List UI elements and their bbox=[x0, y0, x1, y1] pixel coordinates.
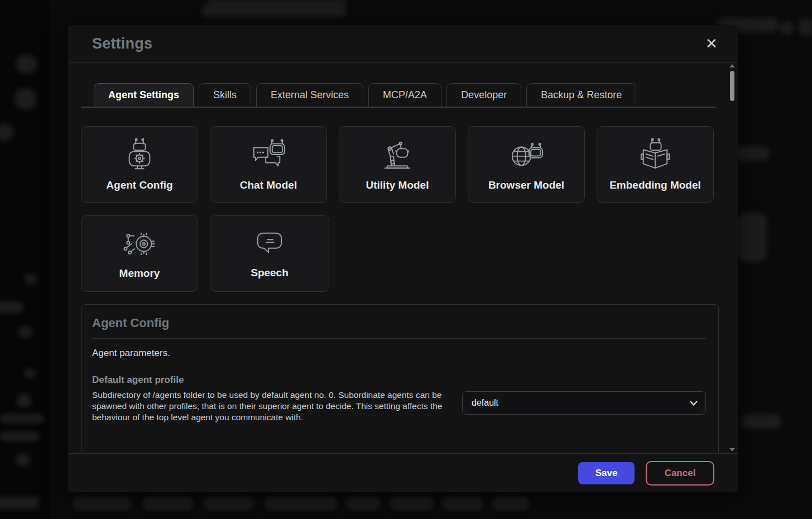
card-embedding-model[interactable]: Embedding Model bbox=[597, 126, 714, 203]
tab-developer[interactable]: Developer bbox=[446, 83, 521, 107]
agent-config-section: Agent Config Agent parameters. Default a… bbox=[81, 304, 719, 453]
modal-title: Settings bbox=[92, 35, 152, 52]
card-label: Utility Model bbox=[366, 179, 429, 191]
book-robot-icon bbox=[638, 138, 672, 174]
modal-scrollbar[interactable] bbox=[729, 64, 736, 451]
cancel-button[interactable]: Cancel bbox=[646, 461, 714, 486]
blurred-chip bbox=[442, 497, 483, 510]
select-value: default bbox=[472, 398, 498, 408]
modal-footer: Save Cancel bbox=[68, 453, 738, 492]
blurred-element bbox=[742, 414, 781, 429]
section-title: Agent Config bbox=[92, 316, 706, 339]
close-icon[interactable]: ✕ bbox=[702, 34, 721, 53]
blurred-chip bbox=[142, 497, 194, 510]
card-label: Speech bbox=[251, 267, 289, 279]
field-default-agent-profile: Default agent profile Subdirectory of /a… bbox=[92, 374, 706, 423]
agent-profile-select[interactable]: default bbox=[462, 391, 706, 415]
field-description: Subdirectory of /agents folder to be use… bbox=[92, 390, 454, 423]
blurred-banner bbox=[202, 4, 346, 17]
tab-backup-restore[interactable]: Backup & Restore bbox=[526, 83, 636, 107]
robot-gear-icon bbox=[122, 138, 157, 174]
robot-arm-icon bbox=[379, 138, 415, 174]
blurred-chip bbox=[265, 497, 337, 510]
card-label: Browser Model bbox=[488, 179, 564, 191]
card-label: Memory bbox=[119, 267, 160, 280]
tab-skills[interactable]: Skills bbox=[199, 83, 251, 107]
save-button[interactable]: Save bbox=[578, 462, 635, 484]
speech-bubble-icon bbox=[253, 229, 286, 261]
scroll-down-icon[interactable] bbox=[729, 448, 735, 451]
chat-robot-icon bbox=[251, 138, 286, 174]
scroll-thumb[interactable] bbox=[730, 71, 734, 101]
card-speech[interactable]: Speech bbox=[210, 215, 329, 292]
card-label: Embedding Model bbox=[609, 179, 701, 191]
settings-card-grid: Agent Config Chat Model bbox=[81, 126, 715, 292]
card-memory[interactable]: Memory bbox=[81, 215, 198, 292]
tab-external-services[interactable]: External Services bbox=[256, 83, 363, 107]
blurred-avatar bbox=[798, 19, 812, 36]
scroll-up-icon[interactable] bbox=[729, 64, 735, 68]
card-chat-model[interactable]: Chat Model bbox=[210, 126, 327, 203]
card-browser-model[interactable]: Browser Model bbox=[468, 126, 585, 203]
card-utility-model[interactable]: Utility Model bbox=[339, 126, 456, 203]
globe-robot-icon bbox=[508, 138, 544, 174]
circuit-gear-icon bbox=[122, 228, 157, 262]
left-sidebar bbox=[0, 0, 50, 519]
tab-mcp-a2a[interactable]: MCP/A2A bbox=[368, 83, 441, 107]
tab-bar: Agent Settings Skills External Services … bbox=[81, 83, 715, 108]
blurred-element bbox=[738, 213, 767, 261]
blurred-chip bbox=[492, 497, 529, 510]
tab-agent-settings[interactable]: Agent Settings bbox=[94, 83, 194, 107]
settings-modal: Settings ✕ Agent Settings Skills Externa… bbox=[68, 25, 738, 492]
card-label: Agent Config bbox=[106, 179, 172, 191]
blurred-avatar bbox=[780, 21, 794, 35]
scroll-track[interactable] bbox=[729, 70, 735, 446]
field-label: Default agent profile bbox=[92, 374, 454, 386]
card-label: Chat Model bbox=[240, 179, 297, 191]
section-description: Agent parameters. bbox=[92, 339, 706, 367]
blurred-chip bbox=[204, 497, 254, 510]
blurred-chip bbox=[390, 497, 434, 510]
blurred-chip bbox=[346, 497, 381, 510]
card-agent-config[interactable]: Agent Config bbox=[81, 126, 198, 203]
modal-body: Agent Settings Skills External Services … bbox=[68, 63, 738, 453]
chevron-down-icon bbox=[690, 401, 698, 406]
blurred-chip bbox=[73, 497, 132, 510]
modal-header: Settings ✕ bbox=[68, 25, 738, 63]
